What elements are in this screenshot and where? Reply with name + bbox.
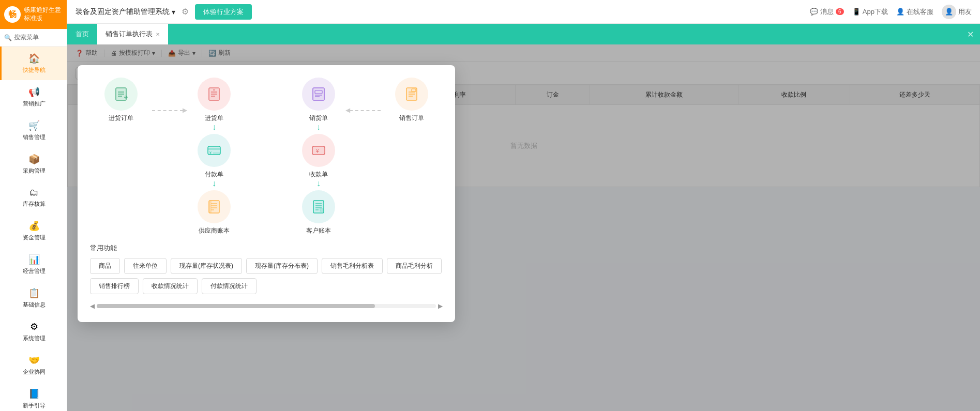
common-buttons-row2: 销售排行榜 收款情况统计 付款情况统计 (90, 278, 443, 294)
dropdown-arrow-icon: ▾ (172, 8, 175, 16)
service-icon: 👤 (896, 8, 904, 16)
modal-scrollbar[interactable] (97, 304, 436, 308)
common-btn-sales-profit[interactable]: 销售毛利分析表 (322, 258, 383, 274)
sidebar-item-collab[interactable]: 🤝 企业协同 (0, 348, 67, 382)
message-icon: 💬 (810, 8, 818, 16)
app-download-btn[interactable]: 📱 App下载 (852, 7, 888, 17)
system-title: 装备及固定资产辅助管理系统 (76, 7, 170, 17)
sidebar-item-sales[interactable]: 🛒 销售管理 (0, 114, 67, 147)
common-btn-party[interactable]: 往来单位 (124, 258, 167, 274)
customer-ledger-node[interactable]: i 客户账本 (288, 190, 350, 235)
sales-order-icon (395, 78, 428, 111)
topbar: 装备及固定资产辅助管理系统 ▾ ⚙ 体验行业方案 💬 消息 6 📱 App下载 … (67, 0, 980, 24)
online-service-btn[interactable]: 👤 在线客服 (896, 7, 933, 17)
message-btn[interactable]: 💬 消息 6 (810, 7, 844, 17)
collab-icon: 🤝 (28, 355, 40, 366)
common-btn-sales-rank[interactable]: 销售排行榜 (90, 278, 139, 294)
inventory-icon: 🗂 (29, 187, 39, 198)
purchase-bill-icon (198, 78, 231, 111)
sales-bill-node[interactable]: 销货单 (288, 78, 350, 123)
sales-bill-icon (302, 78, 335, 111)
marketing-icon: 📢 (28, 86, 40, 98)
system-icon: ⚙ (30, 321, 38, 332)
sidebar: 畅 畅康通好生意 标准版 🔍 搜索菜单 🏠 快捷导航 📢 营销推广 🛒 销售管理 (0, 0, 67, 411)
user-avatar: 👤 (942, 5, 956, 19)
scroll-right-btn[interactable]: ▶ (438, 302, 443, 310)
svg-rect-12 (208, 148, 220, 150)
customer-ledger-icon: i (302, 190, 335, 223)
trial-btn[interactable]: 体验行业方案 (195, 4, 252, 20)
common-functions-title: 常用功能 (90, 243, 443, 253)
search-menu[interactable]: 🔍 搜索菜单 (0, 29, 67, 47)
payment-node[interactable]: ¥ 付款单 (183, 134, 245, 179)
purchase-icon: 📦 (28, 154, 40, 165)
sidebar-item-guide[interactable]: 📘 新手引导 (0, 382, 67, 411)
settings-icon[interactable]: ⚙ (182, 7, 189, 17)
common-btn-stock-status[interactable]: 现存量(库存状况表) (171, 258, 242, 274)
common-functions-section: 常用功能 商品 往来单位 现存量(库存状况表) 现存量(库存分布表) 销售毛利分… (90, 243, 443, 294)
supplier-ledger-node[interactable]: 供应商账本 (183, 190, 245, 235)
svg-rect-4 (313, 88, 324, 100)
sidebar-item-operation[interactable]: 📊 经营管理 (0, 248, 67, 281)
common-buttons-row1: 商品 往来单位 现存量(库存状况表) 现存量(库存分布表) 销售毛利分析表 商品… (90, 258, 443, 274)
purchase-order-icon (104, 78, 138, 111)
finance-icon: 💰 (28, 220, 40, 232)
logo-text: 畅康通好生意 标准版 (24, 6, 61, 22)
search-icon: 🔍 (4, 34, 12, 41)
sidebar-item-quick[interactable]: 🏠 快捷导航 (0, 47, 67, 80)
svg-rect-19 (209, 201, 212, 213)
quick-nav-modal: 进货订单 ▶ (78, 65, 455, 322)
modal-overlay: 进货订单 ▶ (67, 44, 980, 411)
sidebar-item-inventory[interactable]: 🗂 库存核算 (0, 181, 67, 214)
payment-icon: ¥ (198, 134, 231, 167)
content-area: ❓ 帮助 🖨 按模板打印 ▾ 📤 导出 ▾ 🔄 刷新 (67, 44, 980, 411)
svg-text:¥: ¥ (209, 151, 212, 155)
user-menu[interactable]: 👤 用友 (942, 5, 972, 19)
receipt-node[interactable]: ¥ 收款单 (288, 134, 350, 179)
download-icon: 📱 (852, 8, 861, 16)
common-btn-stock-dist[interactable]: 现存量(库存分布表) (246, 258, 318, 274)
sidebar-logo: 畅 畅康通好生意 标准版 (0, 0, 67, 29)
guide-icon: 📘 (28, 388, 40, 400)
tab-sales-order[interactable]: 销售订单执行表 ✕ (97, 24, 168, 44)
sidebar-item-finance[interactable]: 💰 资金管理 (0, 214, 67, 248)
sidebar-item-system[interactable]: ⚙ 系统管理 (0, 315, 67, 348)
purchase-bill-node[interactable]: 进货单 (183, 78, 245, 123)
operation-icon: 📊 (28, 254, 40, 265)
tabbar: 首页 销售订单执行表 ✕ ✕ (67, 24, 980, 44)
sidebar-item-basic[interactable]: 📋 基础信息 (0, 281, 67, 315)
quick-icon: 🏠 (28, 53, 40, 64)
common-btn-product[interactable]: 商品 (90, 258, 120, 274)
message-badge: 6 (836, 8, 844, 15)
modal-scrollbar-thumb (97, 304, 375, 308)
sidebar-item-marketing[interactable]: 📢 营销推广 (0, 80, 67, 114)
basic-icon: 📋 (28, 287, 40, 299)
sidebar-item-purchase[interactable]: 📦 采购管理 (0, 147, 67, 181)
sales-icon: 🛒 (28, 120, 40, 131)
tab-home[interactable]: 首页 (67, 24, 97, 44)
system-title-dropdown[interactable]: 装备及固定资产辅助管理系统 ▾ (76, 7, 175, 17)
supplier-ledger-icon (198, 190, 231, 223)
tab-close-icon[interactable]: ✕ (156, 32, 160, 37)
sales-order-node[interactable]: 销售订单 (381, 78, 443, 123)
purchase-order-node[interactable]: 进货订单 (90, 78, 152, 123)
main-area: 装备及固定资产辅助管理系统 ▾ ⚙ 体验行业方案 💬 消息 6 📱 App下载 … (67, 0, 980, 411)
svg-text:i: i (321, 209, 321, 212)
topbar-right: 💬 消息 6 📱 App下载 👤 在线客服 👤 用友 (810, 5, 972, 19)
common-btn-product-profit[interactable]: 商品毛利分析 (387, 258, 442, 274)
modal-scrollbar-area: ◀ ▶ (90, 302, 443, 310)
receipt-icon: ¥ (302, 134, 335, 167)
tab-close-all-btn[interactable]: ✕ (961, 29, 980, 39)
common-btn-payment-stat[interactable]: 付款情况统计 (202, 278, 257, 294)
sidebar-nav: 🏠 快捷导航 📢 营销推广 🛒 销售管理 📦 采购管理 🗂 库存核算 💰 (0, 47, 67, 411)
logo-icon: 畅 (4, 6, 21, 23)
common-btn-receipt-stat[interactable]: 收款情况统计 (143, 278, 198, 294)
svg-text:¥: ¥ (315, 148, 319, 154)
scroll-left-btn[interactable]: ◀ (90, 302, 95, 310)
